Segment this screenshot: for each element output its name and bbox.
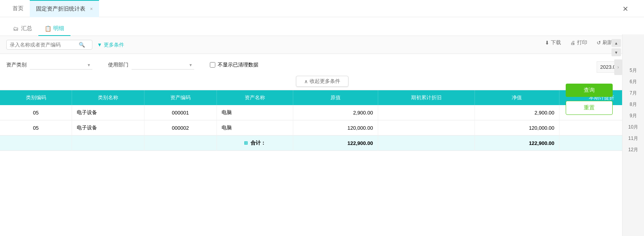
table-summary-row: ⊞ 合计： 122,900.00 122,900.00 [0, 136, 644, 151]
cell-asset-name-1: 电脑 [216, 120, 293, 136]
month-11[interactable]: 11月 [625, 134, 642, 143]
cell-asset-code-1: 000002 [144, 120, 216, 136]
nav-down-button[interactable]: ▼ [612, 48, 621, 56]
month-10[interactable]: 10月 [625, 122, 642, 132]
col-header-net-value: 净值 [474, 90, 559, 105]
cell-category-name-1: 电子设备 [72, 120, 144, 136]
summary-icon: 🗂 [13, 25, 19, 32]
table-header-row: 类别编码 类别名称 资产编码 资产名称 原值 期初累计折旧 净值 本期计提折 [0, 90, 644, 105]
filter-category: 资产类别 [6, 60, 92, 70]
table-row[interactable]: 05 电子设备 000001 电脑 2,900.00 2,900.00 [0, 105, 644, 120]
category-label: 资产类别 [6, 61, 27, 68]
summary-empty-1 [0, 136, 72, 151]
top-nav: 首页 固定资产折旧统计表 × ✕ [0, 0, 644, 17]
refresh-icon: ↺ [597, 40, 601, 46]
print-button[interactable]: 🖨 打印 [570, 39, 587, 46]
filter-icon: ▼ [97, 42, 102, 48]
download-button[interactable]: ⬇ 下载 [545, 39, 561, 46]
month-8[interactable]: 8月 [625, 100, 642, 109]
col-header-category-name: 类别名称 [72, 90, 144, 105]
detail-icon: 📋 [45, 25, 51, 32]
summary-label-cell: ⊞ 合计： [216, 136, 293, 151]
department-label: 使用部门 [108, 61, 128, 68]
col-header-original-value: 原值 [293, 90, 378, 105]
more-filter-button[interactable]: ▼ 更多条件 [97, 41, 124, 48]
cell-category-code-1: 05 [0, 120, 72, 136]
print-icon: 🖨 [570, 40, 575, 46]
summary-label: 合计： [251, 140, 266, 146]
table-row[interactable]: 05 电子设备 000002 电脑 120,000.00 120,000.00 [0, 120, 644, 136]
nav-arrows: ▲ ▼ [610, 39, 622, 56]
tab-summary[interactable]: 🗂 汇总 [6, 22, 38, 36]
col-header-asset-name: 资产名称 [216, 90, 293, 105]
search-input[interactable] [10, 42, 76, 48]
filter-buttons: 查询 重置 [566, 84, 613, 115]
col-header-category-code: 类别编码 [0, 90, 72, 105]
assets-table: 类别编码 类别名称 资产编码 资产名称 原值 期初累计折旧 净值 本期计提折 0… [0, 90, 644, 151]
nav-up-button[interactable]: ▲ [612, 39, 621, 47]
summary-empty-3 [144, 136, 216, 151]
nav-tab-label: 固定资产折旧统计表 [36, 5, 85, 13]
exclude-cleared-label: 不显示已清理数据 [218, 61, 258, 68]
cell-category-name-0: 电子设备 [72, 105, 144, 120]
cell-category-code-0: 05 [0, 105, 72, 120]
cell-net-value-1: 120,000.00 [474, 120, 559, 136]
collapse-label: 收起更多条件 [310, 78, 340, 85]
cell-accumulated-0 [378, 105, 474, 120]
window-close-button[interactable]: ✕ [622, 5, 628, 13]
month-9[interactable]: 9月 [625, 111, 642, 121]
nav-tab-fixed-assets[interactable]: 固定资产折旧统计表 × [30, 0, 99, 17]
col-header-asset-code: 资产编码 [144, 90, 216, 105]
reset-button[interactable]: 重置 [566, 101, 613, 115]
department-select-wrap [132, 60, 194, 70]
col-header-accumulated-depreciation: 期初累计折旧 [378, 90, 474, 105]
category-select-wrap [30, 60, 92, 70]
toolbar-right: ⬇ 下载 🖨 打印 ↺ 刷新 [545, 39, 613, 46]
cell-original-value-1: 120,000.00 [293, 120, 378, 136]
download-label: 下载 [551, 39, 561, 46]
exclude-cleared-checkbox[interactable] [210, 62, 215, 68]
cell-asset-name-0: 电脑 [216, 105, 293, 120]
filter-label: 更多条件 [104, 41, 124, 48]
filter-department: 使用部门 [108, 60, 194, 70]
cell-asset-code-0: 000001 [144, 105, 216, 120]
right-sidebar: 5月 6月 7月 8月 9月 10月 11月 12月 2023 [622, 34, 644, 236]
summary-accumulated [378, 136, 474, 151]
exclude-cleared-wrap: 不显示已清理数据 [210, 61, 258, 68]
side-collapse-button[interactable]: › [614, 59, 622, 75]
tab-detail-label: 明细 [53, 25, 64, 32]
collapse-icon: ∧ [304, 79, 308, 84]
search-input-wrap: 🔍 [6, 40, 92, 50]
download-icon: ⬇ [545, 40, 549, 46]
query-button[interactable]: 查询 [566, 84, 613, 97]
filter-area: 资产类别 使用部门 不显示已清理数据 [0, 54, 644, 73]
table-wrap: 类别编码 类别名称 资产编码 资产名称 原值 期初累计折旧 净值 本期计提折 0… [0, 90, 644, 236]
search-icon[interactable]: 🔍 [79, 42, 85, 48]
summary-net-value: 122,900.00 [474, 136, 559, 151]
main-content: 🗂 汇总 📋 明细 ⬇ 下载 🖨 打印 ↺ 刷新 🔍 [0, 17, 644, 236]
tab-detail[interactable]: 📋 明细 [38, 22, 70, 36]
month-7[interactable]: 7月 [625, 88, 642, 98]
filter-row-1: 资产类别 使用部门 不显示已清理数据 [6, 60, 638, 70]
tab-bar: 🗂 汇总 📋 明细 ⬇ 下载 🖨 打印 ↺ 刷新 [0, 17, 644, 36]
collapse-more-row: ∧ 收起更多条件 [0, 73, 644, 90]
summary-empty-2 [72, 136, 144, 151]
category-select[interactable] [30, 60, 92, 70]
sum-icon: ⊞ [244, 140, 248, 146]
cell-net-value-0: 2,900.00 [474, 105, 559, 120]
print-label: 打印 [577, 39, 587, 46]
cell-accumulated-1 [378, 120, 474, 136]
nav-tab-close-icon[interactable]: × [90, 6, 93, 12]
collapse-more-button[interactable]: ∧ 收起更多条件 [296, 76, 348, 87]
month-6[interactable]: 6月 [625, 77, 642, 87]
tab-summary-label: 汇总 [21, 25, 32, 32]
cell-original-value-0: 2,900.00 [293, 105, 378, 120]
month-5[interactable]: 5月 [625, 66, 642, 75]
summary-original-value: 122,900.00 [293, 136, 378, 151]
month-12[interactable]: 12月 [625, 145, 642, 155]
nav-home[interactable]: 首页 [6, 0, 30, 17]
department-select[interactable] [132, 60, 194, 70]
